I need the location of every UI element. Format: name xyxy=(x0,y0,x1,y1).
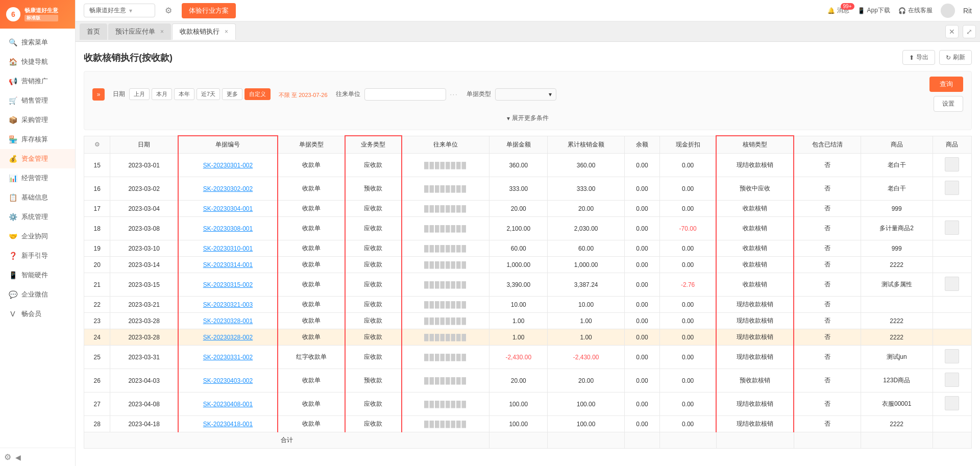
topbar-gear-icon[interactable]: ⚙ xyxy=(161,4,176,18)
avatar[interactable] xyxy=(941,4,955,18)
row-cancel-type: 现结收款核销 xyxy=(716,329,794,346)
row-total-cancel: 3,387.24 xyxy=(548,273,624,297)
sidebar-item-wechat[interactable]: 💬 企业微信 xyxy=(0,285,75,304)
row-no: 17 xyxy=(84,201,110,217)
maximize-tab-button[interactable]: ⤢ xyxy=(963,25,976,38)
row-sn[interactable]: SK-20230328-002 xyxy=(178,329,278,346)
row-sn[interactable]: SK-20230403-002 xyxy=(178,369,278,393)
row-balance: 0.00 xyxy=(624,154,659,177)
home-icon: 🏠 xyxy=(8,57,17,66)
close-tab-button[interactable]: ✕ xyxy=(945,25,959,38)
row-sn[interactable]: SK-20230314-001 xyxy=(178,257,278,273)
row-amount: 60.00 xyxy=(489,240,548,257)
tab-collection-close-icon[interactable]: × xyxy=(225,28,228,35)
row-discount: 0.00 xyxy=(660,329,717,346)
row-sn[interactable]: SK-20230310-001 xyxy=(178,240,278,257)
collapse-arrow-icon[interactable]: ◀ xyxy=(15,453,21,461)
row-sn[interactable]: SK-20230304-001 xyxy=(178,201,278,217)
solution-button[interactable]: 体验行业方案 xyxy=(182,3,236,18)
row-total-cancel: 10.00 xyxy=(548,297,624,313)
row-product: 测试多属性 xyxy=(861,273,933,297)
main-area: 畅康道好生意 ▾ ⚙ 体验行业方案 🔔 消息 99+ 📱 App下载 🎧 在线客… xyxy=(76,0,980,466)
row-discount: -2.76 xyxy=(660,273,717,297)
sidebar-item-inventory[interactable]: 🏪 库存核算 xyxy=(0,130,75,149)
row-include-settled: 否 xyxy=(794,201,861,217)
row-balance: 0.00 xyxy=(624,393,659,416)
row-sn[interactable]: SK-20230408-001 xyxy=(178,393,278,416)
page-title: 收款核销执行(按收款) xyxy=(84,52,173,64)
row-sn[interactable]: SK-20230328-001 xyxy=(178,313,278,329)
tab-home[interactable]: 首页 xyxy=(80,23,107,40)
sidebar-item-member[interactable]: V 畅会员 xyxy=(0,304,75,324)
row-sn[interactable]: SK-20230302-002 xyxy=(178,177,278,201)
settings-gear-icon[interactable]: ⚙ xyxy=(4,452,11,462)
table-row: 152023-03-01SK-20230301-002收款单应收款███████… xyxy=(84,154,972,177)
phone-icon: 📱 xyxy=(857,7,865,14)
partner-input[interactable] xyxy=(364,88,446,101)
marketing-icon: 📢 xyxy=(8,77,17,86)
tabbar-actions: ✕ ⤢ xyxy=(945,25,976,38)
row-sn[interactable]: SK-20230308-001 xyxy=(178,217,278,240)
sidebar-item-finance[interactable]: 💰 资金管理 xyxy=(0,149,75,168)
tab-collection[interactable]: 收款核销执行 × xyxy=(172,23,236,40)
row-product xyxy=(861,297,933,313)
date-last-7days[interactable]: 近7天 xyxy=(197,88,220,100)
sidebar-item-guide[interactable]: ❓ 新手引导 xyxy=(0,246,75,265)
tab-receivable[interactable]: 预计应应付单 × xyxy=(108,23,171,40)
app-download-button[interactable]: 📱 App下载 xyxy=(857,6,890,15)
sidebar-item-corp[interactable]: 🤝 企业协同 xyxy=(0,227,75,246)
date-this-month[interactable]: 本月 xyxy=(152,88,172,100)
row-type: 收款单 xyxy=(278,240,345,257)
row-date: 2023-04-18 xyxy=(110,416,178,432)
date-custom[interactable]: 自定义 xyxy=(244,88,271,100)
date-last-month[interactable]: 上月 xyxy=(129,88,150,100)
row-product-img xyxy=(933,257,971,273)
row-sn[interactable]: SK-20230301-002 xyxy=(178,154,278,177)
sidebar-item-purchase[interactable]: 📦 采购管理 xyxy=(0,110,75,130)
data-table: ⚙ 日期 单据编号 单据类型 业务类型 往来单位 单据金额 累计核销金额 余额 … xyxy=(84,135,972,449)
sidebar-item-operations[interactable]: 📊 经营管理 xyxy=(0,168,75,188)
expand-more-button[interactable]: ▾ 展开更多条件 xyxy=(92,114,963,122)
messages-button[interactable]: 🔔 消息 99+ xyxy=(827,6,849,15)
row-type: 收款单 xyxy=(278,329,345,346)
row-biz: 应收款 xyxy=(345,416,402,432)
row-type: 收款单 xyxy=(278,154,345,177)
sidebar-item-sales[interactable]: 🛒 销售管理 xyxy=(0,91,75,110)
bell-icon: 🔔 xyxy=(827,7,835,14)
topbar: 畅康道好生意 ▾ ⚙ 体验行业方案 🔔 消息 99+ 📱 App下载 🎧 在线客… xyxy=(76,0,980,21)
row-partner: ████████ xyxy=(402,273,489,297)
row-include-settled: 否 xyxy=(794,346,861,369)
sidebar-item-marketing[interactable]: 📢 营销推广 xyxy=(0,71,75,91)
col-header-settings[interactable]: ⚙ xyxy=(84,136,110,154)
sidebar-item-hardware[interactable]: 📱 智能硬件 xyxy=(0,265,75,285)
row-amount: 100.00 xyxy=(489,416,548,432)
setting-button[interactable]: 设置 xyxy=(934,96,963,112)
refresh-button[interactable]: ↻ 刷新 xyxy=(939,50,972,65)
tabbar: 首页 预计应应付单 × 收款核销执行 × ✕ ⤢ xyxy=(76,21,980,42)
row-sn[interactable]: SK-20230418-001 xyxy=(178,416,278,432)
workspace-dropdown[interactable]: 畅康道好生意 ▾ xyxy=(84,4,155,17)
row-cancel-type: 预收中应收 xyxy=(716,177,794,201)
query-button[interactable]: 查询 xyxy=(929,77,963,92)
row-sn[interactable]: SK-20230321-003 xyxy=(178,297,278,313)
filter-collapse-button[interactable]: » xyxy=(92,88,105,101)
messages-badge: 99+ xyxy=(841,3,854,10)
date-this-year[interactable]: 本年 xyxy=(174,88,194,100)
sidebar-item-basic[interactable]: 📋 基础信息 xyxy=(0,188,75,207)
date-more[interactable]: 更多 xyxy=(222,88,242,100)
col-header-sn: 单据编号 xyxy=(178,136,278,154)
online-service-button[interactable]: 🎧 在线客服 xyxy=(898,6,933,15)
sidebar-item-search[interactable]: 🔍 搜索菜单 xyxy=(0,33,75,52)
export-button[interactable]: ⬆ 导出 xyxy=(902,50,935,65)
row-sn[interactable]: SK-20230315-002 xyxy=(178,273,278,297)
tab-receivable-close-icon[interactable]: × xyxy=(160,28,164,35)
sidebar-item-quicknav[interactable]: 🏠 快捷导航 xyxy=(0,52,75,71)
row-sn[interactable]: SK-20230331-002 xyxy=(178,346,278,369)
row-type: 收款单 xyxy=(278,416,345,432)
receipt-type-select[interactable]: ▾ xyxy=(495,88,556,101)
sidebar-item-system[interactable]: ⚙️ 系统管理 xyxy=(0,207,75,227)
row-amount: 360.00 xyxy=(489,154,548,177)
product-thumbnail xyxy=(945,277,959,291)
headset-icon: 🎧 xyxy=(898,7,906,14)
date-quick-buttons: 上月 本月 本年 近7天 更多 自定义 xyxy=(129,88,271,100)
